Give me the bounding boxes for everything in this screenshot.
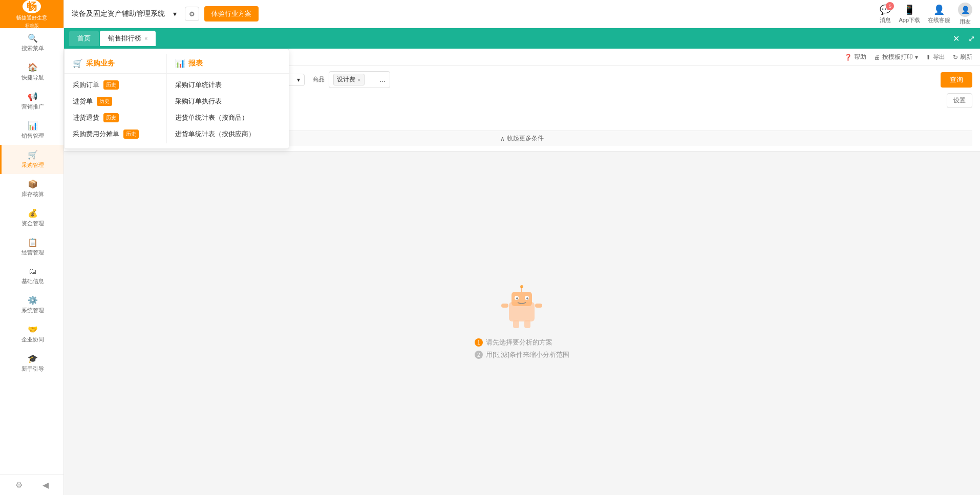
settings-bottom-icon[interactable]: ⚙ [15,480,23,490]
system-dropdown-btn[interactable]: ▾ [169,10,181,18]
message-badge: 5 [886,2,894,10]
home-icon: 🏠 [28,62,38,72]
empty-state: 1 请先选择要分析的方案 2 用[过滤]条件来缩小分析范围 [475,284,569,362]
online-service-btn[interactable]: 👤 在线客服 [928,4,950,24]
svg-rect-6 [501,304,508,308]
sidebar: 畅 畅捷通好生意 标准版 🔍 搜索菜单 🏠 快捷导航 📢 营销推广 📊 销售管理 [0,0,64,495]
sidebar-item-inventory[interactable]: 📦 库存核算 [0,174,63,203]
action-btns: 查询 [941,72,972,88]
report-section-title: 📊 报表 [167,55,289,74]
menu-item-order-exec[interactable]: 采购订单执行表 [167,93,289,110]
collapse-sidebar-icon[interactable]: ◀ [42,480,49,490]
incoming-hist: 历史 [97,97,112,106]
collapse-chevron-icon: ∧ [500,135,505,142]
doc-status-dropdown-icon: ▾ [297,76,300,83]
goods-tag-close[interactable]: × [357,77,360,83]
svg-rect-8 [513,320,519,328]
header-system-name: 装备及固定资产辅助管理系统 ▾ ⚙ [72,7,199,21]
refresh-icon: ↻ [953,54,958,61]
goods-more-dots: … [379,76,386,83]
query-btn[interactable]: 查询 [941,72,972,88]
sidebar-item-basic-info[interactable]: 🗂 基础信息 [0,262,63,290]
purchase-business-section: 🛒 采购业务 采购订单 历史 进货单 历史 进货退货 历史 采购费用分摊单 历史 [65,49,166,148]
purchase-order-label: 采购订单 [73,80,99,90]
sidebar-item-purchase[interactable]: 🛒 采购管理 [0,145,63,174]
tip-1-num: 1 [475,338,483,347]
business-section-label: 采购业务 [86,59,115,68]
help-icon: ❓ [844,54,852,61]
goods-tag-text: 设计费 [337,75,355,84]
sidebar-item-marketing[interactable]: 📢 营销推广 [0,87,63,116]
messages-btn[interactable]: 💬 5 消息 [880,4,891,24]
search-icon: 🔍 [28,33,38,43]
export-icon: ⬆ [926,54,931,61]
tab-expand-btn[interactable]: ⤢ [968,34,975,44]
tab-sales-rank[interactable]: 销售排行榜 × [100,31,156,46]
help-btn[interactable]: ❓ 帮助 [844,53,866,61]
inventory-icon: 📦 [28,179,38,189]
tip-1-text: 请先选择要分析的方案 [486,338,552,347]
purchase-report-section: 📊 报表 采购订单统计表 采购订单执行表 进货单统计表（按商品） 进货单统计表（… [167,49,289,148]
purchase-fee-label: 采购费用分摊单 [73,130,119,139]
main-area: 1 请先选择要分析的方案 2 用[过滤]条件来缩小分析范围 [64,152,980,495]
basic-info-icon: 🗂 [29,267,37,276]
sidebar-item-system[interactable]: ⚙️ 系统管理 [0,290,63,319]
online-service-label: 在线客服 [928,16,950,24]
report-section-label: 报表 [188,59,203,68]
empty-illustration [496,284,547,330]
operation-icon: 📋 [28,238,38,247]
collapse-text: 收起更多条件 [507,134,544,143]
system-icon: ⚙️ [28,295,38,305]
menu-item-incoming-stat-supplier[interactable]: 进货单统计表（按供应商） [167,126,289,142]
goods-select[interactable]: 设计费 × … [329,71,390,88]
purchase-fee-hist: 历史 [123,130,139,139]
help-label: 帮助 [854,53,866,61]
app-download-btn[interactable]: 📱 App下载 [899,4,920,24]
svg-point-5 [526,297,528,299]
logo-icon: 畅 [23,0,41,13]
enterprise-icon: 🤝 [28,325,38,334]
menu-item-incoming-stat-goods[interactable]: 进货单统计表（按商品） [167,110,289,126]
sidebar-item-quick-nav[interactable]: 🏠 快捷导航 [0,57,63,87]
menu-item-purchase-fee[interactable]: 采购费用分摊单 历史 [65,126,166,142]
sidebar-item-operation[interactable]: 📋 经营管理 [0,232,63,262]
user-avatar: 👤 [958,3,972,17]
sidebar-item-newbie[interactable]: 🎓 新手引导 [0,349,63,378]
sidebar-nav: 🔍 搜索菜单 🏠 快捷导航 📢 营销推广 📊 销售管理 🛒 采购管理 📦 [0,28,63,475]
export-btn[interactable]: ⬆ 导出 [926,53,945,61]
tab-home[interactable]: 首页 [69,31,99,46]
app-download-label: App下载 [899,16,920,24]
svg-point-4 [516,297,518,299]
sidebar-item-sales[interactable]: 📊 销售管理 [0,116,63,145]
settings-btn[interactable]: 设置 [947,93,972,108]
tab-sales-rank-label: 销售排行榜 [108,34,141,43]
refresh-btn[interactable]: ↻ 刷新 [953,53,972,61]
tab-close-all-btn[interactable]: ✕ [953,34,960,44]
print-dropdown-icon: ▾ [915,54,918,61]
menu-item-order-stat[interactable]: 采购订单统计表 [167,77,289,93]
svg-point-11 [520,285,523,288]
user-btn[interactable]: 👤 用友 [958,3,972,26]
business-section-title: 🛒 采购业务 [65,55,166,74]
header: 装备及固定资产辅助管理系统 ▾ ⚙ 体验行业方案 💬 5 消息 📱 App下载 … [64,0,980,28]
incoming-return-hist: 历史 [103,113,119,122]
menu-item-incoming[interactable]: 进货单 历史 [65,93,166,110]
template-print-label: 按模板打印 [882,53,913,61]
sidebar-item-enterprise[interactable]: 🤝 企业协同 [0,319,63,349]
newbie-icon: 🎓 [28,354,38,363]
menu-item-incoming-return[interactable]: 进货退货 历史 [65,110,166,126]
tab-close-icon[interactable]: × [144,35,147,41]
template-print-btn[interactable]: 🖨 按模板打印 ▾ [874,53,918,61]
header-settings-btn[interactable]: ⚙ [185,7,199,21]
order-stat-label: 采购订单统计表 [175,80,222,90]
username-label: 用友 [960,18,971,26]
sidebar-logo[interactable]: 畅 畅捷通好生意 标准版 [0,0,63,28]
sidebar-item-search[interactable]: 🔍 搜索菜单 [0,28,63,57]
industry-btn[interactable]: 体验行业方案 [204,6,259,21]
tabs-bar: 首页 销售排行榜 × ✕ ⤢ [64,28,980,49]
incoming-return-label: 进货退货 [73,113,99,122]
service-icon: 👤 [933,4,945,15]
incoming-label: 进货单 [73,97,93,106]
sidebar-item-finance[interactable]: 💰 资金管理 [0,203,63,232]
menu-item-purchase-order[interactable]: 采购订单 历史 [65,77,166,93]
